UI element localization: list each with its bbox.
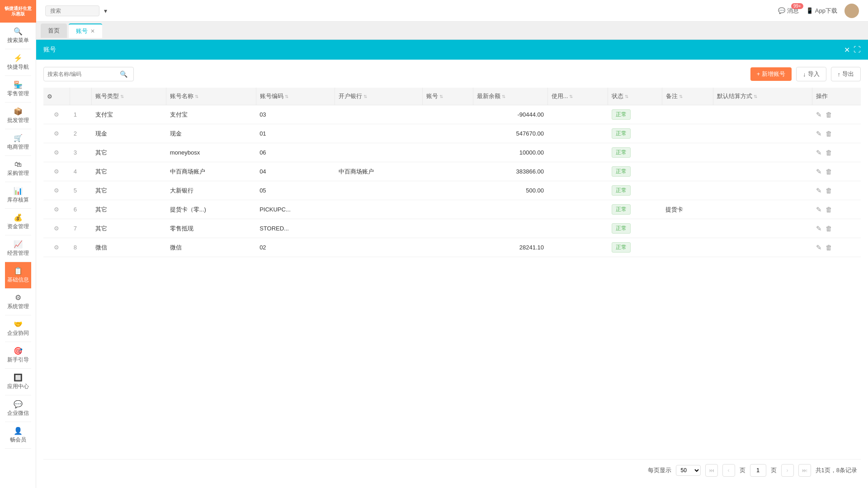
col-header-account[interactable]: 账号⇅ [423, 88, 473, 105]
col-header-name[interactable]: 账号名称⇅ [166, 88, 256, 105]
sidebar-item-finance[interactable]: 💰资金管理 [5, 209, 31, 235]
topbar-app-download[interactable]: 📱 App下载 [806, 7, 837, 15]
row-usage-3 [547, 162, 608, 181]
next-page-button[interactable]: › [781, 464, 794, 477]
row-settings-2[interactable]: ⚙ [43, 143, 70, 162]
row-usage-1 [547, 124, 608, 143]
row-index-6: 7 [70, 219, 92, 238]
edit-btn-3[interactable]: ✎ [816, 168, 822, 176]
row-settings-3[interactable]: ⚙ [43, 162, 70, 181]
export-button[interactable]: ↑ 导出 [831, 67, 861, 81]
tab-close-account[interactable]: ✕ [90, 28, 95, 34]
col-header-index [70, 88, 92, 105]
add-account-button[interactable]: + 新增账号 [750, 67, 792, 81]
pagination: 每页显示 50 100 ⏮ ‹ 页 页 › ⏭ 共1页，8条记录 [43, 459, 861, 481]
row-settings-1[interactable]: ⚙ [43, 124, 70, 143]
tab-home[interactable]: 首页 [41, 23, 67, 38]
search-input[interactable] [47, 71, 120, 77]
row-bank-7 [335, 238, 423, 257]
row-settings-4[interactable]: ⚙ [43, 181, 70, 200]
row-settings-0[interactable]: ⚙ [43, 105, 70, 124]
topbar: ▾ 💬 消息 99+ 📱 App下载 [36, 0, 868, 22]
sidebar-item-ecommerce[interactable]: 🛒电商管理 [5, 129, 31, 156]
sidebar-item-system[interactable]: ⚙系统管理 [5, 289, 31, 315]
sidebar-item-retail[interactable]: 🏪零售管理 [5, 76, 31, 103]
edit-btn-0[interactable]: ✎ [816, 111, 822, 119]
per-page-select[interactable]: 50 100 [676, 465, 701, 476]
import-button[interactable]: ↓ 导入 [796, 67, 826, 81]
sidebar-label-member: 畅会员 [7, 436, 29, 444]
row-settings-7[interactable]: ⚙ [43, 238, 70, 257]
user-avatar[interactable] [844, 4, 859, 18]
row-settings-6[interactable]: ⚙ [43, 219, 70, 238]
topbar-message[interactable]: 💬 消息 99+ [778, 7, 799, 15]
topbar-dropdown[interactable]: ▾ [104, 7, 107, 14]
row-action-0: ✎ 🗑 [812, 105, 861, 124]
sidebar-item-purchase[interactable]: 🛍采购管理 [5, 156, 31, 182]
col-header-remark[interactable]: 备注⇅ [662, 88, 713, 105]
delete-btn-0[interactable]: 🗑 [826, 111, 832, 118]
sidebar-label-ecommerce: 电商管理 [7, 143, 29, 151]
sidebar-item-newguide[interactable]: 🎯新手引导 [5, 342, 31, 369]
last-page-button[interactable]: ⏭ [798, 464, 811, 477]
col-header-bank[interactable]: 开户银行⇅ [335, 88, 423, 105]
close-page-icon[interactable]: ✕ [844, 46, 850, 54]
row-usage-0 [547, 105, 608, 124]
edit-btn-7[interactable]: ✎ [816, 244, 822, 252]
sidebar-item-wholesale[interactable]: 📦批发管理 [5, 103, 31, 129]
col-header-default_settle[interactable]: 默认结算方式⇅ [713, 88, 812, 105]
fullscreen-icon[interactable]: ⛶ [854, 46, 861, 54]
row-type-6: 其它 [92, 219, 166, 238]
sidebar-item-member[interactable]: 👤畅会员 [5, 422, 31, 449]
col-header-type[interactable]: 账号类型⇅ [92, 88, 166, 105]
page-title: 账号 [43, 46, 56, 54]
sidebar-icon-retail: 🏪 [7, 80, 29, 89]
sidebar-item-operation[interactable]: 📈经营管理 [5, 235, 31, 262]
sidebar-item-basicinfo[interactable]: 📋基础信息 [5, 262, 31, 289]
edit-btn-2[interactable]: ✎ [816, 149, 822, 157]
sidebar-item-quicknav[interactable]: ⚡快捷导航 [5, 49, 31, 76]
row-settings-5[interactable]: ⚙ [43, 200, 70, 219]
edit-btn-5[interactable]: ✎ [816, 206, 822, 214]
topbar-search-input[interactable] [45, 5, 99, 16]
sidebar-item-appcenter[interactable]: 🔲应用中心 [5, 369, 31, 395]
edit-btn-4[interactable]: ✎ [816, 187, 822, 195]
sidebar-item-inventory[interactable]: 📊库存核算 [5, 182, 31, 209]
col-header-code[interactable]: 账号编码⇅ [256, 88, 335, 105]
topbar-left: ▾ [45, 5, 107, 16]
row-default-settle-0 [713, 105, 812, 124]
logo-line2: 乐惠版 [5, 11, 32, 17]
row-account-2 [423, 143, 473, 162]
sidebar-item-corpwx[interactable]: 💬企业微信 [5, 395, 31, 422]
col-header-status[interactable]: 状态⇅ [608, 88, 662, 105]
page-of-label: 页 [771, 466, 777, 474]
col-header-usage[interactable]: 使用...⇅ [547, 88, 608, 105]
table-row: ⚙ 4 其它 中百商场账户 04 中百商场账户 383866.00 正常 ✎ 🗑 [43, 162, 861, 181]
table-row: ⚙ 3 其它 moneybosx 06 10000.00 正常 ✎ 🗑 [43, 143, 861, 162]
edit-btn-6[interactable]: ✎ [816, 225, 822, 233]
edit-btn-1[interactable]: ✎ [816, 130, 822, 138]
row-index-2: 3 [70, 143, 92, 162]
row-action-3: ✎ 🗑 [812, 162, 861, 181]
col-header-settings: ⚙ [43, 88, 70, 105]
delete-btn-4[interactable]: 🗑 [826, 187, 832, 194]
sidebar-item-search[interactable]: 🔍搜索菜单 [5, 23, 31, 49]
sidebar-label-system: 系统管理 [7, 303, 29, 310]
delete-btn-5[interactable]: 🗑 [826, 206, 832, 213]
col-header-balance[interactable]: 最新余额⇅ [473, 88, 547, 105]
delete-btn-6[interactable]: 🗑 [826, 225, 832, 232]
sidebar-item-agreement[interactable]: 🤝企业协同 [5, 315, 31, 342]
message-badge: 99+ [791, 3, 803, 9]
page-input[interactable] [750, 464, 766, 477]
tab-account[interactable]: 账号✕ [69, 23, 102, 38]
sidebar-icon-appcenter: 🔲 [7, 373, 29, 382]
first-page-button[interactable]: ⏮ [705, 464, 718, 477]
prev-page-button[interactable]: ‹ [722, 464, 735, 477]
table-row: ⚙ 8 微信 微信 02 28241.10 正常 ✎ 🗑 [43, 238, 861, 257]
row-remark-5: 提货卡 [662, 200, 713, 219]
delete-btn-7[interactable]: 🗑 [826, 244, 832, 251]
delete-btn-1[interactable]: 🗑 [826, 130, 832, 137]
search-box[interactable]: 🔍 [43, 67, 134, 81]
delete-btn-2[interactable]: 🗑 [826, 149, 832, 156]
delete-btn-3[interactable]: 🗑 [826, 168, 832, 175]
